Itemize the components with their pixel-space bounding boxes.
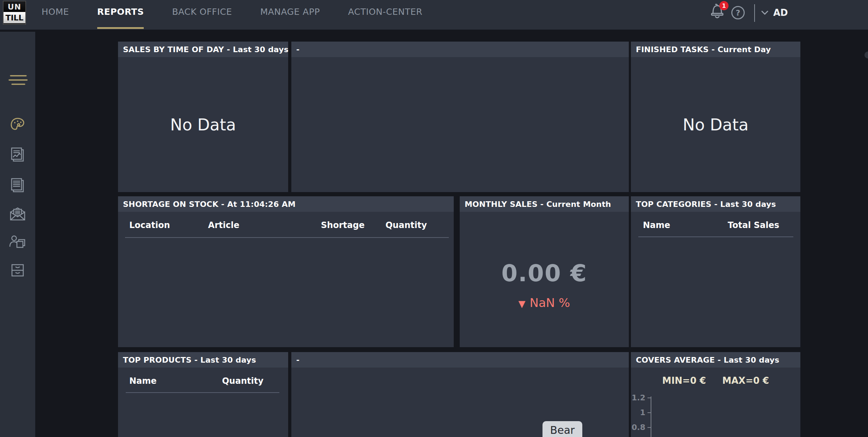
panel-covers-average-header: COVERS AVERAGE - Last 30 days bbox=[631, 352, 800, 368]
logo-text-un: UN bbox=[4, 1, 25, 12]
no-data-text: No Data bbox=[631, 57, 800, 192]
topbar-right-cluster: 1 ? AD bbox=[783, 0, 868, 30]
y-axis-tick bbox=[647, 427, 651, 428]
panel-top-categories-header: TOP CATEGORIES - Last 30 days bbox=[631, 196, 800, 212]
bear-button[interactable]: Bear bbox=[542, 421, 582, 437]
nav-manage-app[interactable]: MANAGE APP bbox=[260, 0, 320, 30]
monthly-sales-delta: ▼NaN % bbox=[460, 296, 629, 310]
column-header-name: Name bbox=[129, 376, 157, 386]
covers-max-label: MAX=0 € bbox=[722, 375, 769, 386]
monthly-sales-value: 0.00 € bbox=[460, 260, 629, 287]
documents-icon bbox=[10, 177, 26, 193]
panel-title: SHORTAGE ON STOCK - At 11:04:26 AM bbox=[118, 200, 296, 209]
panel-title: COVERS AVERAGE - Last 30 days bbox=[631, 356, 779, 364]
column-header-name: Name bbox=[643, 220, 670, 230]
panel-untitled-bottom-header: - bbox=[291, 352, 629, 368]
panel-title: TOP CATEGORIES - Last 30 days bbox=[631, 200, 776, 209]
nav-action-center[interactable]: ACTION-CENTER bbox=[348, 0, 422, 30]
panel-title: FINISHED TASKS - Current Day bbox=[631, 45, 771, 54]
notification-count-badge[interactable]: 1 bbox=[719, 1, 728, 10]
panel-top-products: TOP PRODUCTS - Last 30 days Name Quantit… bbox=[118, 352, 288, 437]
sidebar-menu-toggle[interactable] bbox=[0, 73, 35, 87]
panel-finished-tasks: FINISHED TASKS - Current Day No Data bbox=[631, 42, 800, 192]
panel-top-products-header: TOP PRODUCTS - Last 30 days bbox=[118, 352, 288, 368]
user-label: AD bbox=[773, 7, 788, 18]
y-axis-tick bbox=[647, 412, 651, 413]
panel-monthly-sales: MONTHLY SALES - Current Month 0.00 € ▼Na… bbox=[460, 196, 629, 347]
report-chart-icon bbox=[10, 147, 26, 163]
nav-reports[interactable]: REPORTS bbox=[97, 0, 144, 30]
topbar-divider bbox=[754, 4, 755, 22]
column-header-location: Location bbox=[129, 220, 170, 230]
y-tick-label: 1.2 bbox=[631, 393, 645, 402]
shortage-table: Location Article Shortage Quantity bbox=[118, 212, 454, 347]
panel-covers-average: COVERS AVERAGE - Last 30 days MIN=0 € MA… bbox=[631, 352, 800, 437]
panel-sales-by-time: SALES BY TIME OF DAY - Last 30 days No D… bbox=[118, 42, 288, 192]
top-products-table: Name Quantity bbox=[118, 368, 288, 437]
arrow-down-icon: ▼ bbox=[519, 298, 526, 309]
column-header-total-sales: Total Sales bbox=[728, 220, 779, 230]
panel-untitled-top: - bbox=[291, 42, 629, 192]
y-tick-label: 0.8 bbox=[631, 423, 645, 432]
main-nav: HOME REPORTS BACK OFFICE MANAGE APP ACTI… bbox=[42, 0, 422, 30]
user-menu[interactable]: AD bbox=[761, 0, 788, 30]
panel-untitled-top-body bbox=[291, 57, 629, 192]
panel-title: - bbox=[291, 356, 299, 364]
column-header-quantity: Quantity bbox=[385, 220, 427, 230]
column-header-article: Article bbox=[208, 220, 240, 230]
customer-docs-icon bbox=[9, 234, 26, 250]
nav-home[interactable]: HOME bbox=[42, 0, 69, 30]
active-tab-underline bbox=[97, 27, 144, 29]
panel-finished-tasks-body: No Data bbox=[631, 57, 800, 192]
column-header-quantity: Quantity bbox=[222, 376, 264, 386]
column-header-shortage: Shortage bbox=[321, 220, 365, 230]
panel-sales-by-time-body: No Data bbox=[118, 57, 288, 192]
no-data-text: No Data bbox=[118, 57, 288, 192]
help-icon[interactable]: ? bbox=[731, 6, 745, 19]
dashboard-page: { "colors": { "accent_gold": "#b3a26c", … bbox=[0, 0, 868, 437]
nav-back-office[interactable]: BACK OFFICE bbox=[172, 0, 232, 30]
covers-min-label: MIN=0 € bbox=[662, 375, 706, 386]
panel-untitled-bottom: - Bear bbox=[291, 352, 629, 437]
panel-shortage-header: SHORTAGE ON STOCK - At 11:04:26 AM bbox=[118, 196, 454, 212]
panel-monthly-sales-header: MONTHLY SALES - Current Month bbox=[460, 196, 629, 212]
y-axis-line bbox=[651, 396, 651, 437]
y-axis-tick bbox=[647, 398, 651, 398]
untill-logo[interactable]: UN TILL bbox=[3, 1, 26, 25]
sidebar-item-sales-reports[interactable] bbox=[0, 147, 35, 163]
archive-icon bbox=[10, 263, 25, 278]
y-tick-label: 1 bbox=[631, 408, 645, 417]
covers-average-chart: MIN=0 € MAX=0 € 1.2 1 0.8 bbox=[631, 368, 800, 437]
panel-top-categories: TOP CATEGORIES - Last 30 days Name Total… bbox=[631, 196, 800, 347]
panel-sales-by-time-header: SALES BY TIME OF DAY - Last 30 days bbox=[118, 42, 288, 57]
panel-title: MONTHLY SALES - Current Month bbox=[460, 200, 611, 209]
sidebar-item-documents[interactable] bbox=[0, 177, 35, 193]
sidebar bbox=[0, 32, 35, 437]
edge-handle[interactable] bbox=[864, 51, 868, 59]
sidebar-item-messages[interactable] bbox=[0, 206, 35, 221]
top-categories-table: Name Total Sales bbox=[631, 212, 800, 347]
panel-untitled-top-header: - bbox=[291, 42, 629, 57]
panel-title: TOP PRODUCTS - Last 30 days bbox=[118, 356, 256, 364]
panel-untitled-bottom-body: Bear bbox=[291, 368, 629, 437]
dashboard-icon bbox=[9, 116, 26, 133]
panel-monthly-sales-body: 0.00 € ▼NaN % bbox=[460, 212, 629, 347]
logo-text-till: TILL bbox=[4, 12, 25, 23]
table-header-rule bbox=[126, 392, 279, 393]
chevron-down-icon bbox=[761, 11, 768, 15]
hamburger-icon bbox=[8, 73, 27, 87]
covers-minmax-row: MIN=0 € MAX=0 € bbox=[631, 375, 800, 386]
sidebar-item-dashboard[interactable] bbox=[0, 116, 35, 133]
delta-text: NaN % bbox=[530, 296, 570, 310]
mail-icon bbox=[9, 206, 26, 221]
top-bar: UN TILL HOME REPORTS BACK OFFICE MANAGE … bbox=[0, 0, 868, 30]
sidebar-item-archive[interactable] bbox=[0, 263, 35, 278]
table-header-rule bbox=[638, 236, 793, 237]
panel-title: SALES BY TIME OF DAY - Last 30 days bbox=[118, 45, 289, 54]
sidebar-item-customers[interactable] bbox=[0, 234, 35, 250]
panel-finished-tasks-header: FINISHED TASKS - Current Day bbox=[631, 42, 800, 57]
panel-title: - bbox=[291, 45, 299, 54]
panel-shortage-on-stock: SHORTAGE ON STOCK - At 11:04:26 AM Locat… bbox=[118, 196, 454, 347]
table-header-rule bbox=[125, 237, 449, 238]
